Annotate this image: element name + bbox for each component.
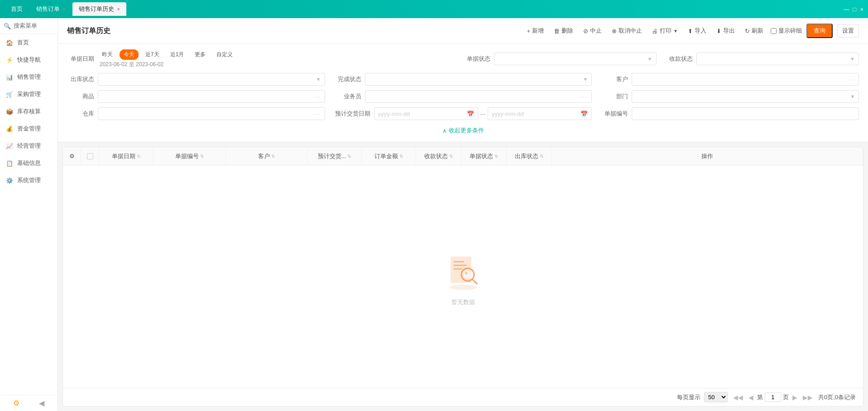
finance-icon: 💰 bbox=[5, 125, 14, 133]
sidebar-item-sales[interactable]: 📊 销售管理 bbox=[0, 68, 58, 86]
th-no[interactable]: 单据编号 ⇅ bbox=[153, 147, 226, 165]
settings-col-icon: ⚙ bbox=[69, 153, 75, 160]
sidebar-item-home[interactable]: 🏠 首页 bbox=[0, 34, 58, 51]
sidebar-item-finance[interactable]: 💰 资金管理 bbox=[0, 120, 58, 137]
select-all-checkbox[interactable] bbox=[87, 153, 93, 160]
window-close-icon[interactable]: × bbox=[860, 6, 863, 13]
settings-button[interactable]: 设置 bbox=[837, 24, 859, 38]
table-footer: 每页显示 50 10 20 100 ◀◀ ◀ 第 页 ▶ ▶▶ 共0页,0条记录 bbox=[63, 388, 863, 406]
calendar-start-icon[interactable]: 📅 bbox=[467, 111, 474, 117]
warehouse-dots-icon: ··· bbox=[313, 111, 321, 117]
next-page-btn[interactable]: ▶ bbox=[791, 393, 799, 402]
sidebar: 🔍 搜索菜单 🏠 首页 ⚡ 快捷导航 📊 销售管理 🛒 采购管理 📦 库存核算 … bbox=[0, 18, 58, 411]
th-check[interactable] bbox=[81, 147, 99, 165]
sidebar-item-purchase[interactable]: 🛒 采购管理 bbox=[0, 86, 58, 103]
warehouse-input[interactable]: ··· bbox=[98, 107, 325, 120]
cancel-stop-button[interactable]: ⊗ 取消中止 bbox=[609, 25, 645, 37]
basic-info-icon: 📋 bbox=[5, 159, 14, 167]
customer-input[interactable]: ··· bbox=[632, 73, 859, 86]
close-sales-order-tab-icon[interactable]: × bbox=[62, 6, 65, 12]
sidebar-item-inventory[interactable]: 📦 库存核算 bbox=[0, 103, 58, 120]
date-custom-btn[interactable]: 自定义 bbox=[212, 49, 237, 60]
close-history-tab-icon[interactable]: × bbox=[117, 6, 120, 12]
th-delivery[interactable]: 预计交货... ⇅ bbox=[307, 147, 362, 165]
empty-illustration bbox=[441, 247, 486, 293]
th-order-status[interactable]: 单据状态 ⇅ bbox=[461, 147, 507, 165]
first-page-btn[interactable]: ◀◀ bbox=[731, 393, 745, 402]
refresh-button[interactable]: ↻ 刷新 bbox=[742, 25, 766, 37]
filter-delivery-date: 预计交货日期 yyyy-mm-dd 📅 — yyyy-mm-dd 📅 bbox=[334, 107, 592, 120]
delivery-date-start-placeholder: yyyy-mm-dd bbox=[378, 111, 410, 117]
th-delivery-status[interactable]: 出库状态 ⇅ bbox=[507, 147, 552, 165]
delivery-date-start[interactable]: yyyy-mm-dd 📅 bbox=[374, 107, 478, 120]
sidebar-item-purchase-label: 采购管理 bbox=[17, 90, 41, 98]
date-7days-btn[interactable]: 近7天 bbox=[141, 49, 163, 60]
page-of-label: 页 bbox=[783, 393, 789, 401]
sidebar-settings-icon[interactable]: ⚙ bbox=[13, 399, 19, 407]
page-size-select[interactable]: 50 10 20 100 bbox=[704, 392, 728, 402]
calendar-end-icon[interactable]: 📅 bbox=[580, 111, 588, 117]
sidebar-item-basic-info[interactable]: 📋 基础信息 bbox=[0, 155, 58, 172]
completion-status-select[interactable]: ▼ bbox=[365, 73, 592, 86]
th-date[interactable]: 单据日期 ⇅ bbox=[99, 147, 153, 165]
print-button[interactable]: 🖨 打印 ▼ bbox=[649, 25, 681, 37]
date-today-btn[interactable]: 今天 bbox=[120, 49, 139, 60]
delete-button[interactable]: 🗑 删除 bbox=[551, 25, 576, 37]
tab-sales-order-history[interactable]: 销售订单历史 × bbox=[72, 2, 126, 16]
export-button[interactable]: ⬇ 导出 bbox=[714, 25, 738, 37]
last-page-btn[interactable]: ▶▶ bbox=[801, 393, 815, 402]
th-customer[interactable]: 客户 ⇅ bbox=[226, 147, 307, 165]
minimize-icon[interactable]: — bbox=[844, 6, 849, 13]
display-cols-label: 显示碎细 bbox=[778, 27, 802, 35]
new-button[interactable]: + 新增 bbox=[524, 25, 547, 37]
payment-status-select[interactable]: ▼ bbox=[696, 53, 859, 65]
department-select[interactable]: ▼ bbox=[632, 90, 859, 103]
sidebar-item-operations[interactable]: 📈 经营管理 bbox=[0, 137, 58, 155]
maximize-icon[interactable]: □ bbox=[853, 6, 857, 13]
filter-department: 部门 ▼ bbox=[601, 90, 859, 103]
date-label: 单据日期 bbox=[67, 55, 94, 63]
filter-date: 单据日期 昨天 今天 近7天 近1月 更多 自定义 2023-06-02 至 2… bbox=[67, 49, 454, 68]
cancel-stop-label: 取消中止 bbox=[619, 27, 642, 35]
date-sort-icon: ⇅ bbox=[137, 154, 140, 159]
print-icon: 🖨 bbox=[652, 28, 658, 34]
sidebar-item-quick-nav-label: 快捷导航 bbox=[17, 56, 41, 64]
inventory-icon: 📦 bbox=[5, 107, 14, 116]
date-more-btn[interactable]: 更多 bbox=[191, 49, 210, 60]
sidebar-item-basic-info-label: 基础信息 bbox=[17, 159, 41, 167]
tab-sales-order[interactable]: 销售订单 × bbox=[30, 2, 72, 16]
order-status-select[interactable]: ▼ bbox=[494, 53, 657, 65]
display-cols-checkbox-wrap[interactable]: 显示碎细 bbox=[771, 27, 802, 35]
order-status-label: 单据状态 bbox=[463, 55, 490, 63]
tab-home[interactable]: 首页 bbox=[5, 2, 29, 16]
date-yesterday-btn[interactable]: 昨天 bbox=[98, 49, 117, 60]
export-icon: ⬇ bbox=[716, 28, 721, 34]
filter-row-2: 出库状态 ▼ 完成状态 ▼ 客户 bbox=[67, 73, 859, 86]
import-button[interactable]: ⬆ 导入 bbox=[685, 25, 709, 37]
th-date-label: 单据日期 bbox=[112, 152, 135, 160]
order-status-arrow-icon: ▼ bbox=[647, 56, 652, 62]
th-settings[interactable]: ⚙ bbox=[63, 147, 81, 165]
delivery-date-label: 预计交货日期 bbox=[334, 110, 370, 118]
sidebar-search[interactable]: 🔍 搜索菜单 bbox=[0, 18, 58, 34]
collapse-filters-btn[interactable]: ∧ 收起更多条件 bbox=[67, 125, 859, 136]
th-pay-status[interactable]: 收款状态 ⇅ bbox=[416, 147, 461, 165]
query-button[interactable]: 查询 bbox=[806, 24, 833, 38]
order-no-input[interactable] bbox=[632, 107, 859, 120]
page-input[interactable] bbox=[765, 392, 781, 402]
date-1month-btn[interactable]: 近1月 bbox=[166, 49, 188, 60]
sidebar-collapse-icon[interactable]: ◀ bbox=[39, 399, 44, 407]
display-cols-checkbox[interactable] bbox=[771, 28, 777, 34]
sidebar-item-quick-nav[interactable]: ⚡ 快捷导航 bbox=[0, 51, 58, 68]
delivery-status-select[interactable]: ▼ bbox=[98, 73, 325, 86]
delivery-date-end[interactable]: yyyy-mm-dd 📅 bbox=[488, 107, 592, 120]
filter-delivery-status: 出库状态 ▼ bbox=[67, 73, 325, 86]
product-input[interactable]: ··· bbox=[98, 90, 325, 103]
stop-button[interactable]: ⊘ 中止 bbox=[580, 25, 604, 37]
salesperson-input[interactable]: ··· bbox=[365, 90, 592, 103]
sidebar-item-system[interactable]: ⚙️ 系统管理 bbox=[0, 172, 58, 189]
prev-page-btn[interactable]: ◀ bbox=[747, 393, 755, 402]
th-amount[interactable]: 订单金额 ⇅ bbox=[362, 147, 416, 165]
refresh-label: 刷新 bbox=[752, 27, 763, 35]
purchase-icon: 🛒 bbox=[5, 90, 14, 98]
